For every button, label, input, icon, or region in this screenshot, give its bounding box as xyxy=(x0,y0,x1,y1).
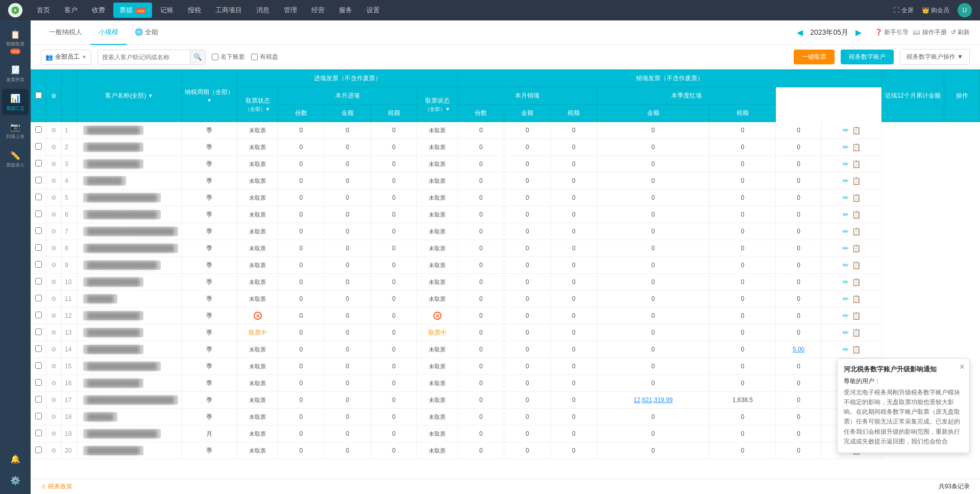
tax-digital-account-btn[interactable]: 税务数字账户 xyxy=(841,50,894,64)
row-settings-icon[interactable]: ⚙ xyxy=(51,194,57,201)
copy-icon[interactable]: 📋 xyxy=(852,278,861,286)
row-checkbox[interactable] xyxy=(35,413,42,419)
row-checkbox[interactable] xyxy=(35,345,42,352)
nav-tax[interactable]: 报税 xyxy=(182,3,207,18)
row-checkbox[interactable] xyxy=(35,143,42,150)
tax-digital-account-ops-btn[interactable]: 税务数字账户操作 ▼ xyxy=(900,49,970,65)
sidebar-item-settings[interactable]: ⚙️ xyxy=(2,471,29,490)
row-checkbox[interactable] xyxy=(35,362,42,369)
nav-operation[interactable]: 经营 xyxy=(305,3,331,18)
row-checkbox[interactable] xyxy=(35,312,42,318)
red-amount[interactable]: 12,621,319.99 xyxy=(633,396,673,404)
row-checkbox[interactable] xyxy=(35,328,42,335)
member-btn[interactable]: 👑 购会员 xyxy=(922,6,949,15)
nav-home[interactable]: 首页 xyxy=(31,3,56,18)
guide-btn[interactable]: ❓ 新手引导 xyxy=(875,28,909,37)
copy-icon[interactable]: 📋 xyxy=(852,227,861,236)
row-settings-icon[interactable]: ⚙ xyxy=(51,228,57,235)
edit-icon[interactable]: ✏ xyxy=(843,160,849,168)
select-all-checkbox[interactable] xyxy=(35,92,42,99)
row-checkbox[interactable] xyxy=(35,446,42,453)
edit-icon[interactable]: ✏ xyxy=(843,227,849,236)
edit-icon[interactable]: ✏ xyxy=(843,177,849,185)
row-settings-icon[interactable]: ⚙ xyxy=(51,312,57,319)
sidebar-item-scan[interactable]: 📷 扫描上传 xyxy=(2,117,29,144)
row-settings-icon[interactable]: ⚙ xyxy=(51,346,57,353)
has-taxdisk-checkbox[interactable]: 有税盘 xyxy=(251,53,278,61)
edit-icon[interactable]: ✏ xyxy=(843,328,849,337)
prev-month-btn[interactable]: ◀ xyxy=(794,27,806,39)
nav-message[interactable]: 消息 xyxy=(250,3,276,18)
copy-icon[interactable]: 📋 xyxy=(852,244,861,252)
sidebar-item-open-invoice[interactable]: 🧾 发票开具 xyxy=(2,60,29,87)
th-in-status[interactable]: 取票状态（全部）▼ xyxy=(237,87,278,122)
row-checkbox[interactable] xyxy=(35,244,42,251)
sidebar-item-notification[interactable]: 🔔 xyxy=(2,449,29,468)
nav-settings[interactable]: 设置 xyxy=(360,3,386,18)
one-click-ticket-btn[interactable]: 一键取票 xyxy=(794,50,835,64)
th-out-status[interactable]: 取票状态（全部）▼ xyxy=(417,87,458,122)
tab-small-scale[interactable]: 小规模 xyxy=(90,20,127,45)
edit-icon[interactable]: ✏ xyxy=(843,143,849,151)
copy-icon[interactable]: 📋 xyxy=(852,194,861,202)
row-checkbox[interactable] xyxy=(35,210,42,217)
th-tax-period[interactable]: 纳税周期（全部）▼ xyxy=(182,70,237,122)
row-settings-icon[interactable]: ⚙ xyxy=(51,262,57,269)
nav-client[interactable]: 客户 xyxy=(58,3,84,18)
row-settings-icon[interactable]: ⚙ xyxy=(51,160,57,168)
edit-icon[interactable]: ✏ xyxy=(843,278,849,286)
row-checkbox[interactable] xyxy=(35,126,42,133)
row-settings-icon[interactable]: ⚙ xyxy=(51,413,57,420)
nav-business[interactable]: 工商项目 xyxy=(209,3,248,18)
user-avatar[interactable]: U xyxy=(958,3,972,17)
nav-billing[interactable]: 收费 xyxy=(86,3,111,18)
copy-icon[interactable]: 📋 xyxy=(852,126,861,134)
row-checkbox[interactable] xyxy=(35,295,42,301)
sidebar-item-smart-ticket[interactable]: 📋 智能取票 new xyxy=(2,25,29,58)
tab-general-taxpayer[interactable]: 一般纳税人 xyxy=(41,20,90,45)
search-input[interactable] xyxy=(98,54,190,61)
row-settings-icon[interactable]: ⚙ xyxy=(51,211,57,218)
copy-icon[interactable]: 📋 xyxy=(852,328,861,337)
copy-icon[interactable]: 📋 xyxy=(852,210,861,219)
nav-manage[interactable]: 管理 xyxy=(278,3,303,18)
fullscreen-btn[interactable]: ⛶ 全屏 xyxy=(893,6,913,15)
copy-icon[interactable]: 📋 xyxy=(852,345,861,354)
row-settings-icon[interactable]: ⚙ xyxy=(51,329,57,336)
sidebar-item-summary[interactable]: 📊 票据汇总 xyxy=(2,89,29,115)
edit-icon[interactable]: ✏ xyxy=(843,194,849,202)
next-month-btn[interactable]: ▶ xyxy=(852,27,865,39)
row-checkbox[interactable] xyxy=(35,396,42,403)
row-settings-icon[interactable]: ⚙ xyxy=(51,144,57,151)
copy-icon[interactable]: 📋 xyxy=(852,160,861,168)
edit-icon[interactable]: ✏ xyxy=(843,295,849,303)
edit-icon[interactable]: ✏ xyxy=(843,261,849,269)
row-settings-icon[interactable]: ⚙ xyxy=(51,278,57,286)
row-settings-icon[interactable]: ⚙ xyxy=(51,430,57,437)
row-settings-icon[interactable]: ⚙ xyxy=(51,245,57,252)
row-checkbox[interactable] xyxy=(35,177,42,183)
row-checkbox[interactable] xyxy=(35,227,42,234)
refresh-btn[interactable]: ↺ 刷新 xyxy=(951,28,970,37)
row-checkbox[interactable] xyxy=(35,278,42,285)
copy-icon[interactable]: 📋 xyxy=(852,261,861,269)
row-checkbox[interactable] xyxy=(35,160,42,167)
edit-icon[interactable]: ✏ xyxy=(843,244,849,252)
row-settings-icon[interactable]: ⚙ xyxy=(51,447,57,454)
th-client-name[interactable]: 客户名称(全部) ▼ xyxy=(77,70,182,122)
row-settings-icon[interactable]: ⚙ xyxy=(51,295,57,302)
copy-icon[interactable]: 📋 xyxy=(852,143,861,151)
edit-icon[interactable]: ✏ xyxy=(843,345,849,354)
copy-icon[interactable]: 📋 xyxy=(852,312,861,320)
edit-icon[interactable]: ✏ xyxy=(843,312,849,320)
row-checkbox[interactable] xyxy=(35,430,42,436)
sidebar-item-entry[interactable]: ✏️ 票据录入 xyxy=(2,146,29,172)
accumulated[interactable]: 5.00 xyxy=(793,346,804,353)
edit-icon[interactable]: ✏ xyxy=(843,210,849,219)
nav-invoice[interactable]: 票据 new xyxy=(113,3,152,18)
copy-icon[interactable]: 📋 xyxy=(852,177,861,185)
has-taxdisk-input[interactable] xyxy=(251,54,258,60)
under-account-checkbox[interactable]: 名下账套 xyxy=(212,53,245,61)
under-account-input[interactable] xyxy=(212,54,218,60)
row-checkbox[interactable] xyxy=(35,379,42,386)
